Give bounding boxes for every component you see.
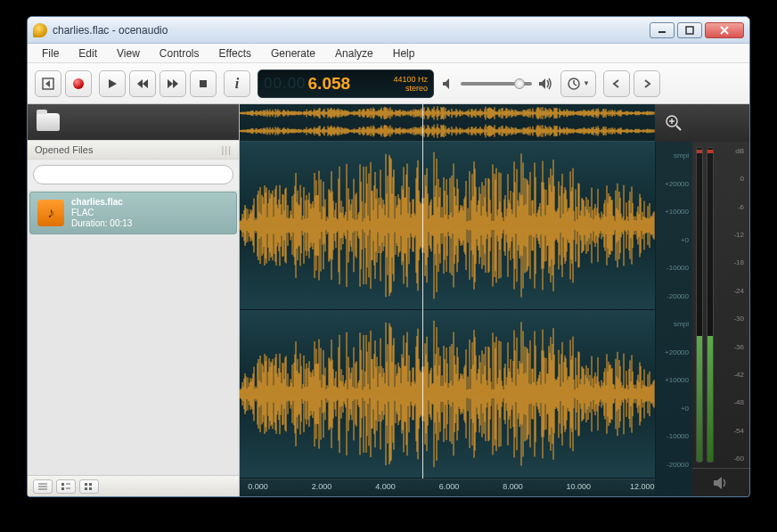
counter-rate: 44100 Hz: [393, 75, 428, 84]
search-row: [28, 160, 239, 190]
maximize-button[interactable]: [677, 22, 702, 38]
menu-help[interactable]: Help: [384, 45, 424, 61]
menu-analyze[interactable]: Analyze: [326, 45, 382, 61]
minimize-button[interactable]: [650, 22, 675, 38]
volume-low-icon: [441, 77, 455, 91]
svg-marker-10: [173, 79, 178, 88]
menubar: File Edit View Controls Effects Generate…: [28, 44, 749, 63]
app-window: charlies.flac - ocenaudio File Edit View…: [27, 16, 750, 497]
counter-leading: 00.00: [264, 75, 307, 93]
overview-waveform[interactable]: [240, 104, 655, 142]
track-right: [240, 310, 655, 479]
file-name: charlies.flac: [71, 197, 132, 208]
svg-line-16: [574, 84, 577, 86]
time-counter[interactable]: 00.00 6.058 44100 Hz stereo: [258, 70, 434, 98]
svg-rect-22: [61, 483, 64, 486]
sidebar-title: Opened Files|||: [28, 140, 239, 160]
counter-time: 6.058: [308, 74, 394, 94]
sidebar: Opened Files||| ♪ charlies.flac FLAC Dur…: [28, 104, 240, 496]
svg-marker-13: [539, 78, 545, 89]
time-ruler[interactable]: 0.0002.0004.0006.0008.00010.00012.000: [240, 479, 655, 496]
menu-file[interactable]: File: [33, 45, 68, 61]
goto-start-button[interactable]: [35, 70, 61, 97]
rewind-button[interactable]: [129, 70, 156, 97]
zoom-in-icon[interactable]: [665, 114, 683, 132]
menu-edit[interactable]: Edit: [70, 45, 106, 61]
menu-view[interactable]: View: [108, 45, 149, 61]
play-button[interactable]: [99, 70, 126, 97]
forward-button[interactable]: [159, 70, 186, 97]
svg-marker-12: [443, 78, 449, 89]
svg-rect-29: [89, 487, 92, 490]
nav-forward-button[interactable]: [634, 70, 660, 97]
svg-marker-9: [168, 79, 173, 88]
svg-rect-24: [61, 487, 64, 490]
music-note-icon: ♪: [37, 200, 64, 226]
sidebar-header[interactable]: [28, 104, 239, 140]
svg-marker-34: [714, 477, 722, 489]
waveform-tracks[interactable]: [240, 142, 655, 479]
svg-rect-26: [85, 483, 87, 486]
svg-rect-28: [85, 487, 87, 490]
volume-control: [441, 77, 553, 91]
file-item[interactable]: ♪ charlies.flac FLAC Duration: 00:13: [29, 192, 237, 234]
nav-back-button[interactable]: [603, 70, 630, 97]
level-meters: dB0-6-12-18-24-30-36-42-48-54-60: [692, 104, 749, 496]
menu-generate[interactable]: Generate: [262, 45, 324, 61]
volume-slider[interactable]: [461, 82, 532, 86]
main-area: Opened Files||| ♪ charlies.flac FLAC Dur…: [28, 104, 749, 496]
menu-effects[interactable]: Effects: [210, 45, 260, 61]
menu-controls[interactable]: Controls: [151, 45, 209, 61]
svg-marker-8: [143, 79, 148, 88]
svg-rect-11: [200, 80, 207, 87]
view-list-button[interactable]: [33, 479, 53, 494]
file-format: FLAC: [71, 208, 132, 218]
stop-button[interactable]: [190, 70, 217, 97]
folder-icon: [37, 113, 60, 131]
app-icon: [33, 23, 47, 37]
view-detail-button[interactable]: [56, 479, 76, 494]
record-button[interactable]: [65, 70, 92, 97]
svg-rect-27: [89, 483, 92, 486]
svg-line-33: [676, 126, 681, 130]
window-title: charlies.flac - ocenaudio: [53, 24, 168, 37]
history-button[interactable]: ▼: [560, 70, 596, 97]
sidebar-footer: [28, 475, 239, 496]
volume-high-icon: [537, 77, 553, 91]
view-grid-button[interactable]: [79, 479, 99, 494]
titlebar[interactable]: charlies.flac - ocenaudio: [28, 17, 749, 44]
info-button[interactable]: i: [224, 70, 250, 97]
waveform-area: 0.0002.0004.0006.0008.00010.00012.000 sm…: [240, 104, 749, 496]
meter-left: [696, 147, 703, 462]
counter-mode: stereo: [393, 84, 428, 93]
meter-right: [707, 147, 714, 462]
track-left: [240, 142, 655, 310]
toolbar: i 00.00 6.058 44100 Hz stereo ▼: [28, 63, 749, 104]
amplitude-scale-column: smpl+20000+10000+0-10000-20000smpl+20000…: [655, 104, 692, 496]
file-duration: Duration: 00:13: [71, 218, 132, 229]
svg-marker-7: [137, 79, 143, 88]
grip-icon[interactable]: |||: [221, 144, 232, 155]
svg-marker-5: [45, 80, 50, 87]
close-button[interactable]: [705, 22, 744, 38]
file-list[interactable]: ♪ charlies.flac FLAC Duration: 00:13: [28, 190, 239, 475]
speaker-icon[interactable]: [712, 476, 730, 490]
search-input[interactable]: [33, 165, 233, 184]
svg-marker-6: [109, 79, 117, 88]
svg-rect-1: [686, 27, 693, 34]
